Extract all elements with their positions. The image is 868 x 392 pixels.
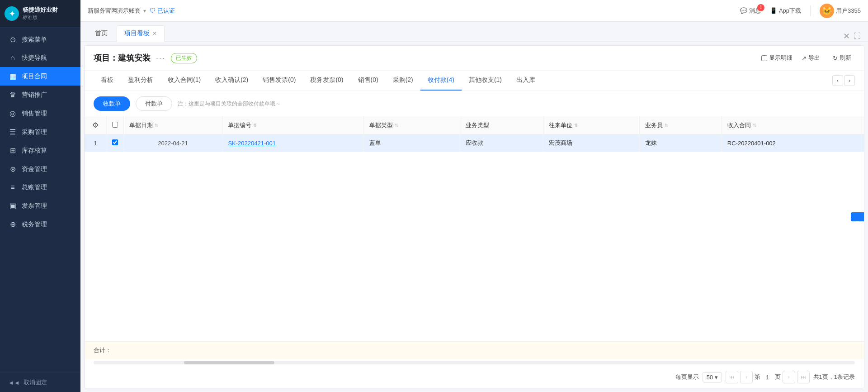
sidebar-item-invoice[interactable]: ▣ 发票管理 [0, 196, 80, 215]
sort-date-icon: ⇅ [155, 123, 158, 128]
sub-tabs-next-arrow[interactable]: › [844, 75, 855, 86]
user-menu[interactable]: 🐱 用户3355 [820, 4, 861, 18]
close-window-icon[interactable]: ✕ [843, 31, 850, 41]
more-btn[interactable]: ··· [156, 53, 165, 63]
filter-note: 注：这里是与项目关联的全部收付款单哦～ [178, 100, 281, 108]
doc-number-link[interactable]: SK-20220421-001 [228, 140, 276, 147]
total-label: 合计： [94, 347, 111, 354]
tab-project-board[interactable]: 项目看板 ✕ [117, 25, 165, 42]
workspace-selector[interactable]: 新服务官网演示账套 ▾ [88, 7, 146, 15]
refresh-btn[interactable]: ↻ 刷新 [829, 52, 855, 64]
col-checkbox[interactable] [106, 116, 123, 134]
sidebar-item-search[interactable]: ⊙ 搜索菜单 [0, 30, 80, 49]
table-row[interactable]: 1 2022-04-21 SK-20220421-001 蓝单 应收款 宏茂商场… [85, 134, 864, 152]
sub-tab-receipt[interactable]: 收付款(4) [420, 71, 462, 91]
topbar-left: 新服务官网演示账套 ▾ 🛡 已认证 [88, 7, 733, 15]
phone-icon: 📱 [770, 7, 777, 14]
settings-icon[interactable]: ⚙ [92, 121, 99, 129]
page-size-value: 50 [707, 374, 713, 381]
export-label: 导出 [808, 54, 820, 62]
col-type: 单据类型 ⇅ [363, 116, 460, 134]
sub-tab-purchase[interactable]: 采购(2) [386, 71, 420, 91]
page-size-select[interactable]: 50 ▾ [703, 372, 722, 382]
sub-tab-tax-invoice[interactable]: 税务发票(0) [303, 71, 350, 91]
show-detail-input[interactable] [761, 55, 767, 61]
sort-salesman-icon: ⇅ [665, 123, 668, 128]
sort-type[interactable]: 单据类型 ⇅ [369, 121, 454, 129]
sidebar-item-inventory[interactable]: ⊞ 库存核算 [0, 141, 80, 160]
sidebar-item-sales[interactable]: ◎ 销售管理 [0, 104, 80, 123]
col-number: 单据编号 ⇅ [222, 116, 363, 134]
nav-icon-fund: ⊛ [8, 165, 17, 173]
sub-tab-sales[interactable]: 销售(0) [351, 71, 386, 91]
message-btn[interactable]: 💬 消息 1 [740, 7, 761, 15]
col-contract: 收入合同 ⇅ [722, 116, 864, 134]
table-header-row: ⚙ 单据日期 ⇅ 单据编号 [85, 116, 864, 134]
sidebar-item-quicknav[interactable]: ⌂ 快捷导航 [0, 49, 80, 67]
unpin-label: 取消固定 [24, 378, 47, 387]
sub-tabs-prev-arrow[interactable]: ‹ [832, 75, 843, 86]
select-all-checkbox[interactable] [112, 122, 118, 128]
sidebar-nav: ⊙ 搜索菜单 ⌂ 快捷导航 ▦ 项目合同 ♛ 营销推广 ◎ 销售管理 ☰ 采购管… [0, 28, 80, 373]
sort-partner[interactable]: 往来单位 ⇅ [549, 121, 634, 129]
sidebar-unpin[interactable]: ◄◄ 取消固定 [0, 373, 80, 392]
topbar-right: 💬 消息 1 📱 App下载 🐱 用户3355 [740, 4, 861, 18]
receipt-filter-btn[interactable]: 收款单 [94, 96, 130, 111]
sub-tab-inout[interactable]: 出入库 [509, 71, 542, 91]
show-detail-checkbox[interactable]: 显示明细 [761, 54, 793, 62]
feedback-btn[interactable]: 意见反馈 [851, 212, 864, 221]
scrollbar-thumb[interactable] [184, 361, 274, 364]
sort-contract[interactable]: 收入合同 ⇅ [727, 121, 859, 129]
nav-icon-purchase: ☰ [8, 128, 17, 136]
sub-tab-other-expense[interactable]: 其他收支(1) [462, 71, 509, 91]
page-current: 1 [762, 374, 773, 381]
page-header: 项目：建筑安装 ··· 已生效 显示明细 ↗ 导出 ↻ 刷新 [85, 46, 864, 71]
sort-contract-icon: ⇅ [753, 123, 756, 128]
sidebar-item-tax[interactable]: ⊕ 税务管理 [0, 215, 80, 234]
sidebar-item-ledger[interactable]: ≡ 总账管理 [0, 178, 80, 196]
app-download-btn[interactable]: 📱 App下载 [770, 7, 801, 15]
sidebar-item-project[interactable]: ▦ 项目合同 [0, 67, 80, 86]
payment-filter-btn[interactable]: 付款单 [136, 96, 172, 111]
app-title: 畅捷通好业财 [23, 6, 58, 14]
row-checkbox[interactable] [112, 139, 118, 145]
expand-window-icon[interactable]: ⛶ [854, 32, 861, 40]
nav-label-marketing: 营销推广 [22, 91, 47, 99]
refresh-label: 刷新 [840, 54, 851, 62]
nav-icon-sales: ◎ [8, 109, 17, 118]
verified-badge: 🛡 已认证 [150, 7, 175, 15]
fake-scrollbar[interactable] [94, 361, 855, 364]
sidebar-item-purchase[interactable]: ☰ 采购管理 [0, 123, 80, 141]
page-prev-btn[interactable]: ‹ [740, 371, 753, 383]
page-next-btn[interactable]: › [783, 371, 795, 383]
sidebar-item-fund[interactable]: ⊛ 资金管理 [0, 160, 80, 178]
col-settings[interactable]: ⚙ [85, 116, 106, 134]
unpin-icon: ◄◄ [8, 379, 20, 386]
page-last-btn[interactable]: ⏭ [797, 371, 810, 383]
sort-date[interactable]: 单据日期 ⇅ [129, 121, 217, 129]
row-number[interactable]: SK-20220421-001 [222, 134, 363, 152]
sort-number[interactable]: 单据编号 ⇅ [228, 121, 358, 129]
sub-tab-sales-invoice[interactable]: 销售发票(0) [255, 71, 303, 91]
sub-tab-kanban[interactable]: 看板 [94, 71, 121, 91]
sub-tab-income-contract[interactable]: 收入合同(1) [160, 71, 208, 91]
tab-close-icon[interactable]: ✕ [152, 30, 157, 37]
workspace-name: 新服务官网演示账套 [88, 7, 141, 15]
sub-tab-profit[interactable]: 盈利分析 [121, 71, 160, 91]
col-salesman: 业务员 ⇅ [640, 116, 722, 134]
page-total: 共1页，1条记录 [813, 373, 855, 381]
sidebar-item-marketing[interactable]: ♛ 营销推广 [0, 86, 80, 104]
sidebar-header: ✦ 畅捷通好业财 标准版 [0, 0, 80, 28]
row-checkbox-cell[interactable] [106, 134, 123, 152]
page-header-actions: 显示明细 ↗ 导出 ↻ 刷新 [761, 52, 855, 64]
status-badge: 已生效 [171, 53, 197, 63]
nav-label-ledger: 总账管理 [22, 183, 47, 191]
shield-icon: 🛡 [150, 7, 156, 14]
page-first-btn[interactable]: ⏮ [726, 371, 738, 383]
tab-home[interactable]: 首页 [88, 26, 115, 41]
sub-tab-income-confirm[interactable]: 收入确认(2) [208, 71, 255, 91]
sort-salesman[interactable]: 业务员 ⇅ [645, 121, 716, 129]
export-btn[interactable]: ↗ 导出 [798, 52, 824, 64]
col-partner: 往来单位 ⇅ [543, 116, 640, 134]
scrollbar-row [85, 359, 864, 366]
